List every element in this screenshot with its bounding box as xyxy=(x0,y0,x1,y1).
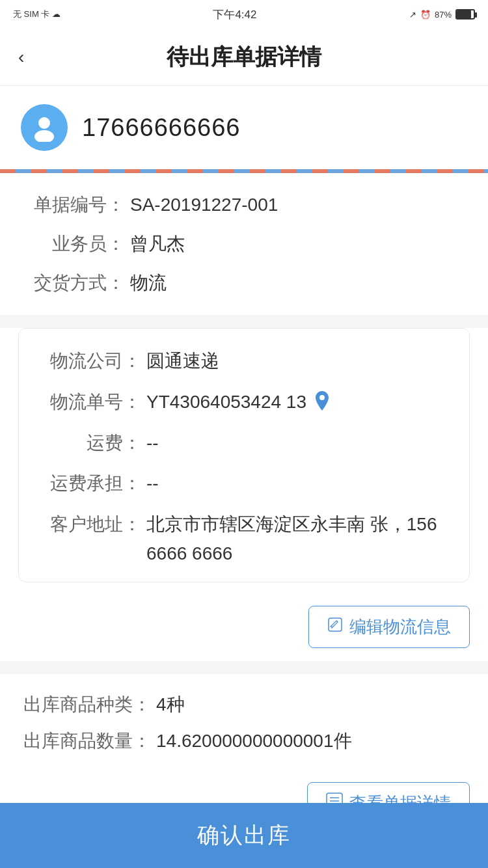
address-value: 北京市市辖区海淀区永丰南 张，156 6666 6666 xyxy=(146,510,451,569)
confirm-btn-label: 确认出库 xyxy=(197,821,291,850)
order-number-label: 单据编号： xyxy=(21,191,125,219)
header-card: 17666666666 xyxy=(0,86,488,169)
status-bar: 无 SIM 卡 ☁ 下午4:42 ↗ ⏰ 87% xyxy=(0,0,488,29)
order-number-value: SA-20191227-001 xyxy=(130,191,467,219)
address-row: 客户地址： 北京市市辖区海淀区永丰南 张，156 6666 6666 xyxy=(37,510,451,569)
status-left: 无 SIM 卡 ☁ xyxy=(13,8,61,20)
logistics-company-row: 物流公司： 圆通速递 xyxy=(37,347,451,376)
delivery-row: 交货方式： 物流 xyxy=(21,269,467,297)
phone-number: 17666666666 xyxy=(82,114,240,142)
basic-info-section: 单据编号： SA-20191227-001 业务员： 曾凡杰 交货方式： 物流 xyxy=(0,173,488,315)
edit-btn-row: 编辑物流信息 xyxy=(0,595,488,661)
svg-point-1 xyxy=(34,130,54,142)
salesman-row: 业务员： 曾凡杰 xyxy=(21,230,467,258)
battery-text: 87% xyxy=(435,10,452,20)
battery-icon xyxy=(455,9,475,20)
alarm-icon: ⏰ xyxy=(420,10,431,20)
svg-point-0 xyxy=(38,117,50,129)
freight-value: -- xyxy=(146,429,451,458)
product-quantity-label: 出库商品数量： xyxy=(21,729,151,753)
logistics-tracking-row: 物流单号： YT43064053424 13 xyxy=(37,388,451,417)
order-number-row: 单据编号： SA-20191227-001 xyxy=(21,191,467,219)
logistics-company-value: 圆通速递 xyxy=(146,347,451,376)
section-divider xyxy=(0,661,488,674)
product-quantity-row: 出库商品数量： 14.620000000000001件 xyxy=(21,729,467,753)
address-label: 客户地址： xyxy=(37,510,141,539)
product-type-row: 出库商品种类： 4种 xyxy=(21,692,467,717)
logistics-card: 物流公司： 圆通速递 物流单号： YT43064053424 13 运费： -- xyxy=(18,328,470,582)
salesman-value: 曾凡杰 xyxy=(130,230,467,258)
location-icon: ↗ xyxy=(409,10,416,20)
page-title: 待出库单据详情 xyxy=(167,42,321,72)
freight-label: 运费： xyxy=(37,429,141,458)
dashed-separator xyxy=(0,169,488,173)
edit-logistics-label: 编辑物流信息 xyxy=(349,616,451,638)
logistics-tracking-label: 物流单号： xyxy=(37,388,141,417)
product-type-label: 出库商品种类： xyxy=(21,692,151,717)
avatar xyxy=(21,104,68,151)
freight-bearer-label: 运费承担： xyxy=(37,469,141,498)
product-quantity-value: 14.620000000000001件 xyxy=(156,729,352,753)
user-icon xyxy=(30,113,59,142)
freight-bearer-row: 运费承担： -- xyxy=(37,469,451,498)
back-button[interactable]: ‹ xyxy=(18,47,24,68)
edit-logistics-button[interactable]: 编辑物流信息 xyxy=(308,606,470,648)
edit-icon xyxy=(327,617,343,637)
content: 17666666666 单据编号： SA-20191227-001 业务员： 曾… xyxy=(0,86,488,868)
status-time: 下午4:42 xyxy=(213,7,256,22)
freight-bearer-value: -- xyxy=(146,469,451,498)
delivery-label: 交货方式： xyxy=(21,269,125,297)
sim-wifi-text: 无 SIM 卡 ☁ xyxy=(13,8,61,20)
logistics-tracking-value: YT43064053424 13 xyxy=(146,388,451,417)
nav-bar: ‹ 待出库单据详情 xyxy=(0,29,488,86)
tracking-location-icon[interactable] xyxy=(313,391,331,413)
delivery-value: 物流 xyxy=(130,269,467,297)
logistics-company-label: 物流公司： xyxy=(37,347,141,376)
confirm-btn[interactable]: 确认出库 xyxy=(0,803,488,868)
product-section: 出库商品种类： 4种 出库商品数量： 14.620000000000001件 xyxy=(0,674,488,772)
freight-row: 运费： -- xyxy=(37,429,451,458)
status-right: ↗ ⏰ 87% xyxy=(409,9,475,20)
salesman-label: 业务员： xyxy=(21,230,125,258)
product-type-value: 4种 xyxy=(156,692,185,717)
